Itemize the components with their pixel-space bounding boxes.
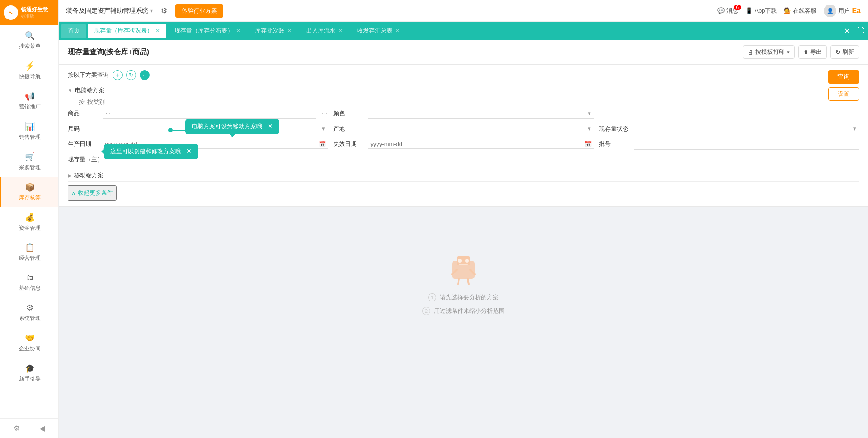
tab-close-recv-summary[interactable]: ✕ bbox=[395, 28, 400, 34]
scheme-node-mobile[interactable]: ▶ 移动端方案 bbox=[68, 170, 859, 181]
quick-nav-icon: ⚡ bbox=[25, 61, 35, 71]
tab-close-inventory-dist[interactable]: ✕ bbox=[236, 28, 241, 34]
tooltip-scheme-close-btn[interactable]: ✕ bbox=[186, 147, 192, 155]
tabs-bar: 首页 现存量（库存状况表） ✕ 现存量（库存分布表） ✕ 库存批次账 ✕ 出入库… bbox=[59, 22, 868, 40]
export-btn[interactable]: ⬆ 导出 bbox=[798, 45, 827, 59]
filter-field-exp-date: 失效日期 📅 bbox=[333, 139, 593, 150]
query-action-btns: 查询 设置 bbox=[828, 70, 859, 101]
tab-inventory-batch[interactable]: 库存批次账 ✕ bbox=[249, 24, 298, 38]
sidebar-settings-btn[interactable]: ⚙ bbox=[14, 424, 20, 433]
notification-badge: 6 bbox=[734, 5, 741, 10]
svg-point-4 bbox=[465, 259, 469, 263]
scheme-node-desktop[interactable]: ▼ 电脑端方案 bbox=[68, 85, 859, 96]
inventory-icon: 📦 bbox=[25, 182, 35, 192]
exp-date-calendar-icon[interactable]: 📅 bbox=[585, 141, 592, 147]
topbar-left: 装备及固定资产辅助管理系统 ▾ ⚙ 体验行业方案 bbox=[66, 4, 223, 18]
sidebar-item-enterprise[interactable]: 🤝 企业协同 bbox=[0, 328, 58, 358]
tab-close-all-btn[interactable]: ✕ bbox=[842, 25, 852, 37]
product-select[interactable]: ··· bbox=[103, 108, 316, 119]
print-icon: 🖨 bbox=[748, 49, 754, 56]
sidebar-item-search[interactable]: 🔍 搜索菜单 bbox=[0, 25, 58, 56]
settings-btn[interactable]: 设置 bbox=[828, 87, 859, 101]
prod-date-calendar-icon[interactable]: 📅 bbox=[319, 141, 326, 147]
finance-icon: 💰 bbox=[25, 212, 35, 222]
tab-close-inout-flow[interactable]: ✕ bbox=[338, 28, 343, 34]
query-btn[interactable]: 查询 bbox=[828, 70, 859, 84]
exp-date-label: 失效日期 bbox=[333, 140, 365, 148]
color-select[interactable]: ▾ bbox=[368, 108, 593, 119]
operations-icon: 📋 bbox=[25, 243, 35, 253]
filter-add-btn[interactable]: + bbox=[113, 70, 123, 80]
industry-plan-btn[interactable]: 体验行业方案 bbox=[175, 4, 223, 18]
online-service-btn[interactable]: 💁 在线客服 bbox=[784, 7, 816, 15]
sidebar-item-operations[interactable]: 📋 经营管理 bbox=[0, 237, 58, 268]
filter-field-origin: 产地 ▾ bbox=[333, 123, 593, 134]
tab-inventory-dist[interactable]: 现存量（库存分布表） ✕ bbox=[168, 24, 247, 38]
title-chevron-icon: ▾ bbox=[150, 8, 153, 14]
sidebar-item-purchase[interactable]: 🛒 采购管理 bbox=[0, 146, 58, 177]
tooltip-pc-scheme: 电脑方案可设为移动方案哦 ✕ bbox=[185, 119, 279, 134]
empty-illustration bbox=[441, 243, 486, 288]
batch-input[interactable] bbox=[634, 139, 859, 150]
avatar-placeholder: 👤 bbox=[827, 8, 834, 14]
sidebar-item-finance[interactable]: 💰 资金管理 bbox=[0, 207, 58, 237]
system-icon: ⚙ bbox=[26, 303, 33, 313]
exp-date-input-wrap: 📅 bbox=[368, 140, 593, 149]
topbar: 装备及固定资产辅助管理系统 ▾ ⚙ 体验行业方案 💬 消息 6 📱 App下载 … bbox=[59, 0, 868, 22]
batch-label: 批号 bbox=[599, 140, 631, 148]
tab-close-inventory-status[interactable]: ✕ bbox=[156, 28, 160, 34]
sidebar-item-basic-info[interactable]: 🗂 基础信息 bbox=[0, 268, 58, 297]
sidebar-item-guide[interactable]: 🎓 新手引导 bbox=[0, 358, 58, 388]
template-print-btn[interactable]: 🖨 按模板打印 ▾ bbox=[743, 45, 795, 59]
collapse-section: ∧ 收起更多条件 bbox=[68, 181, 859, 201]
refresh-icon: ↻ bbox=[835, 49, 840, 56]
scheme-node-sub[interactable]: 按 按类别 bbox=[68, 96, 859, 108]
tab-close-inventory-batch[interactable]: ✕ bbox=[287, 28, 292, 34]
tooltip-pc-close-btn[interactable]: ✕ bbox=[268, 122, 273, 130]
print-dropdown-icon: ▾ bbox=[787, 49, 790, 56]
filter-field-batch: 批号 bbox=[599, 139, 859, 150]
marketing-icon: 📢 bbox=[25, 91, 35, 101]
notification-btn[interactable]: 💬 消息 6 bbox=[717, 7, 738, 15]
page-header: 现存量查询(按仓库+商品) 🖨 按模板打印 ▾ ⬆ 导出 ↻ 刷新 bbox=[59, 40, 868, 65]
sidebar-item-marketing[interactable]: 📢 营销推广 bbox=[0, 86, 58, 116]
tab-inout-flow[interactable]: 出入库流水 ✕ bbox=[300, 24, 349, 38]
topbar-gear-btn[interactable]: ⚙ bbox=[157, 4, 171, 18]
app-logo-text: 畅通好生意 标准版 bbox=[21, 6, 48, 20]
basic-info-icon: 🗂 bbox=[26, 273, 34, 283]
sidebar-item-sales[interactable]: 📊 销售管理 bbox=[0, 116, 58, 146]
exp-date-input[interactable] bbox=[370, 141, 582, 147]
size-dropdown-icon: ▾ bbox=[322, 125, 325, 132]
prod-date-label: 生产日期 bbox=[68, 140, 99, 148]
collapse-btn[interactable]: ∧ 收起更多条件 bbox=[68, 185, 117, 201]
refresh-btn[interactable]: ↻ 刷新 bbox=[830, 45, 859, 59]
stock-status-select[interactable]: ▾ bbox=[634, 123, 859, 134]
svg-point-3 bbox=[458, 259, 462, 263]
tab-inventory-status[interactable]: 现存量（库存状况表） ✕ bbox=[88, 24, 166, 38]
tab-recv-summary[interactable]: 收发存汇总表 ✕ bbox=[351, 24, 406, 38]
filter-area: 按以下方案查询 + ↻ ← ▼ 电脑端方案 按 按类别 bbox=[59, 65, 868, 207]
app-logo-icon bbox=[4, 5, 18, 20]
collapse-up-icon: ∧ bbox=[71, 190, 76, 197]
scheme-arrow-desktop: ▼ bbox=[68, 88, 72, 93]
connector-dot bbox=[168, 128, 173, 132]
filter-field-product: 商品 ··· ··· bbox=[68, 108, 328, 119]
sidebar-item-system[interactable]: ⚙ 系统管理 bbox=[0, 297, 58, 328]
search-icon: 🔍 bbox=[25, 31, 35, 41]
user-menu-btn[interactable]: 👤 用户 Ea bbox=[824, 5, 861, 17]
filter-back-btn[interactable]: ← bbox=[140, 70, 150, 80]
export-icon: ⬆ bbox=[803, 49, 808, 56]
step-1-circle: 1 bbox=[428, 293, 436, 301]
filter-field-stock-status: 现存量状态 ▾ bbox=[599, 123, 859, 134]
sidebar-item-inventory[interactable]: 📦 库存核算 bbox=[0, 177, 58, 207]
filter-refresh-btn[interactable]: ↻ bbox=[126, 70, 136, 80]
topbar-right: 💬 消息 6 📱 App下载 💁 在线客服 👤 用户 Ea bbox=[717, 5, 861, 17]
tab-expand-btn[interactable]: ⛶ bbox=[855, 25, 866, 37]
sidebar-item-quick[interactable]: ⚡ 快捷导航 bbox=[0, 56, 58, 86]
system-title-selector[interactable]: 装备及固定资产辅助管理系统 ▾ bbox=[66, 7, 153, 15]
sidebar-collapse-btn[interactable]: ◀ bbox=[39, 424, 45, 433]
tab-home[interactable]: 首页 bbox=[61, 24, 86, 38]
tabs-right-controls: ✕ ⛶ bbox=[842, 25, 866, 37]
origin-select[interactable]: ▾ bbox=[368, 123, 593, 134]
app-download-btn[interactable]: 📱 App下载 bbox=[745, 7, 777, 15]
